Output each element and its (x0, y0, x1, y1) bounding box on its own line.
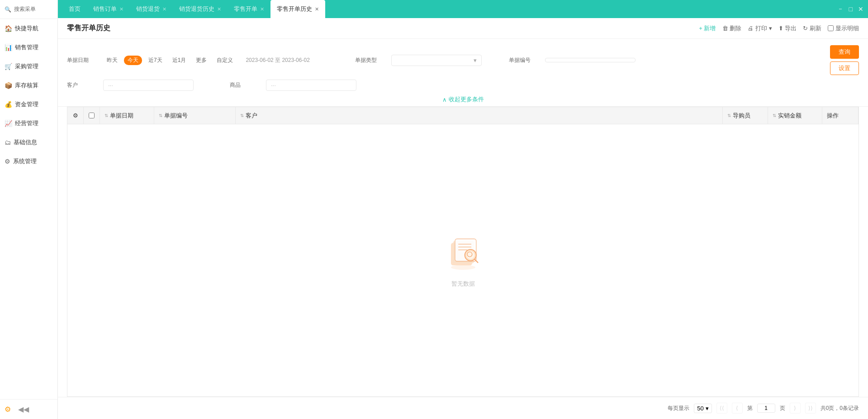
today-btn[interactable]: 今天 (124, 56, 142, 65)
th-date[interactable]: ⇅ 单据日期 (100, 107, 154, 124)
sidebar-item-label: 快捷导航 (15, 24, 38, 33)
tab-sales-return[interactable]: 销货退货 ✕ (130, 0, 173, 18)
tab-retail-open[interactable]: 零售开单 ✕ (228, 0, 270, 18)
more-btn[interactable]: 更多 (192, 56, 210, 65)
page-total: 共0页，0条记录 (821, 405, 859, 412)
tab-sales-order-close[interactable]: ✕ (119, 6, 123, 12)
page-number-input[interactable] (757, 404, 775, 413)
th-customer-label: 客户 (246, 112, 257, 120)
th-order-no[interactable]: ⇅ 单据编号 (154, 107, 236, 124)
goods-input[interactable]: ··· (266, 80, 356, 91)
doc-no-label: 单据编号 (509, 56, 536, 64)
empty-state: 暂无数据 (443, 233, 484, 288)
th-amount[interactable]: ⇅ 实销金额 (768, 107, 822, 124)
date-filter-label: 单据日期 (67, 56, 94, 64)
collapse-filter-btn[interactable]: ∧ 收起更多条件 (442, 95, 484, 104)
system-icon: ⚙ (5, 158, 10, 165)
export-button[interactable]: ⬆ 导出 (778, 24, 797, 33)
page-label: 第 (747, 405, 753, 412)
tab-retail-history-label: 零售开单历史 (277, 5, 312, 13)
tab-retail-open-close[interactable]: ✕ (260, 6, 264, 12)
prev-page-btn[interactable]: ⟨ (732, 403, 743, 414)
svg-point-0 (451, 265, 475, 270)
sidebar-search-label: 搜索采单 (14, 5, 36, 13)
sidebar-item-label: 经营管理 (15, 119, 38, 127)
tab-sales-return-history-label: 销货退货历史 (179, 5, 214, 13)
tab-retail-history-close[interactable]: ✕ (315, 6, 319, 12)
sidebar-search[interactable]: 🔍 搜索采单 (0, 0, 57, 19)
tab-home[interactable]: 首页 (62, 0, 87, 18)
filter-right-buttons: 查询 设置 (830, 45, 859, 75)
operations-icon: 📈 (5, 120, 12, 127)
filter-row-2: 客户 ··· 商品 ··· (67, 80, 859, 91)
goods-dots: ··· (271, 82, 276, 89)
first-page-btn[interactable]: ⟨⟨ (716, 403, 727, 414)
filter-settings-button[interactable]: 设置 (830, 61, 859, 75)
customer-dots: ··· (108, 82, 113, 89)
print-button[interactable]: 🖨 打印 ▾ (748, 24, 772, 33)
collapse-sidebar-btn[interactable]: ◀◀ (18, 405, 29, 414)
yesterday-btn[interactable]: 昨天 (103, 56, 121, 65)
sidebar-bottom: ⚙ ◀◀ (0, 399, 57, 419)
per-page-arrow: ▾ (706, 405, 709, 412)
display-detail-input[interactable] (828, 25, 834, 31)
filter-row-1: 单据日期 昨天 今天 近7天 近1月 更多 自定义 2023-06-02 至 2… (67, 45, 859, 75)
per-page-label: 每页显示 (668, 405, 689, 412)
purchase-icon: 🛒 (5, 63, 12, 70)
sidebar-item-finance[interactable]: 💰 资金管理 (0, 95, 57, 114)
sidebar-item-inventory[interactable]: 📦 库存核算 (0, 76, 57, 95)
th-date-label: 单据日期 (110, 112, 133, 120)
sidebar-item-sales[interactable]: 📊 销售管理 (0, 38, 57, 57)
tab-sales-order[interactable]: 销售订单 ✕ (87, 0, 130, 18)
tab-home-label: 首页 (69, 5, 81, 13)
th-guide[interactable]: ⇅ 导购员 (723, 107, 768, 124)
search-icon: 🔍 (5, 6, 11, 13)
tab-sales-return-history-close[interactable]: ✕ (217, 6, 221, 12)
th-checkbox[interactable] (84, 107, 100, 124)
add-button[interactable]: + 新增 (699, 24, 716, 33)
tab-sales-return-close[interactable]: ✕ (162, 6, 166, 12)
sidebar-item-label: 系统管理 (13, 157, 37, 165)
customer-input[interactable]: ··· (103, 80, 194, 91)
customer-label: 客户 (67, 81, 94, 89)
custom-btn[interactable]: 自定义 (213, 56, 237, 65)
sidebar-item-quick-nav[interactable]: 🏠 快捷导航 (0, 19, 57, 38)
goods-label: 商品 (230, 81, 257, 89)
content-area: 零售开单历史 + 新增 🗑 删除 🖨 打印 ▾ ⬆ 导出 ↻ 刷新 显示明细 (58, 18, 868, 419)
sidebar: 🔍 搜索采单 🏠 快捷导航 📊 销售管理 🛒 采购管理 📦 库存核算 💰 资金管… (0, 0, 58, 419)
next-page-btn[interactable]: ⟩ (790, 403, 801, 414)
close-btn[interactable]: ✕ (858, 5, 863, 13)
last-page-btn[interactable]: ⟩⟩ (805, 403, 816, 414)
query-button[interactable]: 查询 (830, 45, 859, 59)
per-page-select[interactable]: 50 ▾ (694, 404, 711, 413)
doc-no-input[interactable] (545, 58, 636, 62)
delete-button[interactable]: 🗑 删除 (722, 24, 742, 33)
tab-sales-return-history[interactable]: 销货退货历史 ✕ (173, 0, 228, 18)
sidebar-item-operations[interactable]: 📈 经营管理 (0, 114, 57, 133)
last-month-btn[interactable]: 近1月 (169, 56, 190, 65)
display-detail-checkbox[interactable]: 显示明细 (828, 24, 859, 33)
refresh-button[interactable]: ↻ 刷新 (803, 24, 821, 33)
table-body: 暂无数据 (67, 124, 859, 397)
date-quick-group: 昨天 今天 近7天 近1月 更多 自定义 (103, 56, 237, 65)
page-header: 零售开单历史 + 新增 🗑 删除 🖨 打印 ▾ ⬆ 导出 ↻ 刷新 显示明细 (58, 18, 868, 39)
table-header: ⚙ ⇅ 单据日期 ⇅ 单据编号 ⇅ 客户 ⇅ (67, 107, 859, 124)
th-settings[interactable]: ⚙ (67, 107, 84, 124)
select-all-checkbox[interactable] (89, 113, 95, 118)
sales-icon: 📊 (5, 44, 12, 51)
settings-icon-btn[interactable]: ⚙ (5, 405, 11, 414)
inventory-icon: 📦 (5, 82, 12, 89)
last7-btn[interactable]: 近7天 (145, 56, 166, 65)
th-guide-label: 导购员 (733, 112, 750, 120)
sidebar-item-system[interactable]: ⚙ 系统管理 (0, 152, 57, 171)
minimize-btn[interactable]: － (837, 5, 844, 13)
sidebar-item-label: 资金管理 (15, 100, 38, 108)
th-customer[interactable]: ⇅ 客户 (236, 107, 723, 124)
tab-retail-history[interactable]: 零售开单历史 ✕ (270, 0, 325, 18)
doc-type-select[interactable]: ▾ (391, 55, 482, 66)
th-ops-label: 操作 (827, 112, 839, 120)
sidebar-item-basic[interactable]: 🗂 基础信息 (0, 133, 57, 152)
th-order-no-label: 单据编号 (164, 112, 188, 120)
sidebar-item-purchase[interactable]: 🛒 采购管理 (0, 57, 57, 76)
maximize-btn[interactable]: □ (849, 5, 853, 13)
